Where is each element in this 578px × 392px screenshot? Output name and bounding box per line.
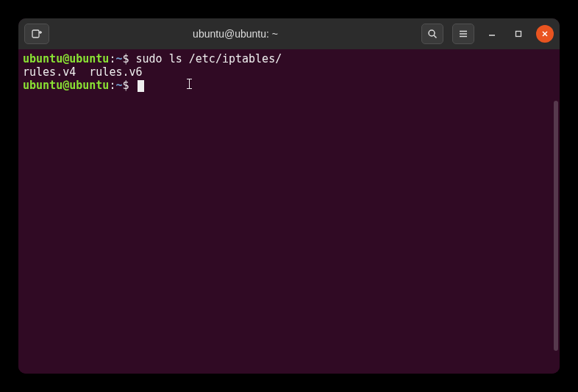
terminal-output: rules.v4 rules.v6: [23, 65, 555, 79]
close-button[interactable]: [536, 25, 554, 43]
title-bar: ubuntu@ubuntu: ~: [18, 18, 560, 49]
maximize-icon: [515, 30, 522, 38]
menu-button[interactable]: [452, 24, 474, 44]
terminal-window: ubuntu@ubuntu: ~: [18, 18, 560, 374]
window-controls: [421, 24, 554, 44]
window-title: ubuntu@ubuntu: ~: [54, 28, 417, 40]
minimize-button[interactable]: [483, 25, 501, 43]
minimize-icon: [488, 30, 496, 38]
cursor-block: [138, 80, 144, 92]
new-tab-icon: [31, 28, 43, 40]
svg-rect-9: [516, 32, 521, 37]
text-cursor-icon: [189, 79, 190, 89]
prompt-user-host: ubuntu@ubuntu: [23, 52, 109, 65]
new-tab-button[interactable]: [24, 24, 49, 44]
prompt-symbol: $: [122, 52, 129, 65]
command-text: sudo ls /etc/iptables/: [129, 52, 282, 65]
svg-point-3: [429, 30, 435, 36]
terminal-line: ubuntu@ubuntu:~$ sudo ls /etc/iptables/: [23, 52, 555, 65]
scrollbar[interactable]: [554, 101, 558, 351]
terminal-line: ubuntu@ubuntu:~$: [23, 79, 555, 92]
svg-rect-0: [32, 30, 39, 38]
hamburger-icon: [458, 29, 468, 39]
close-icon: [541, 30, 549, 38]
maximize-button[interactable]: [510, 25, 527, 43]
search-button[interactable]: [421, 24, 443, 44]
terminal-body[interactable]: ubuntu@ubuntu:~$ sudo ls /etc/iptables/ …: [18, 49, 560, 374]
prompt-user-host: ubuntu@ubuntu: [23, 79, 109, 92]
svg-line-4: [434, 35, 437, 38]
prompt-symbol: $: [122, 79, 129, 92]
search-icon: [427, 29, 438, 39]
